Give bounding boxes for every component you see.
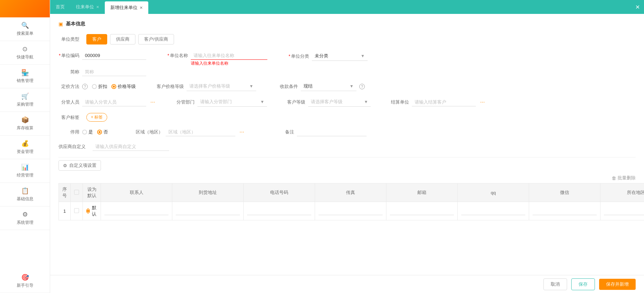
form-content: ▣ 基本信息 单位类型 客户 供应商 客户/供应商 单位编码 单位名称 — [50, 14, 644, 275]
customer-level-select[interactable]: 请选择客户等级 ▼ — [308, 97, 371, 107]
sidebar-item-newbie[interactable]: 🎯 新手引导 — [0, 269, 50, 293]
pricing-help-icon[interactable]: ? — [82, 84, 88, 89]
tab-partners-label: 往来单位 — [76, 4, 94, 10]
batch-delete-area: 🗑 批量删除 — [58, 175, 636, 181]
td-qq — [458, 202, 529, 220]
email-input[interactable] — [390, 207, 454, 215]
sidebar-item-basic[interactable]: 📋 基础信息 — [0, 183, 50, 206]
supplier-custom-input[interactable] — [93, 143, 169, 151]
unit-name-inner: 单位名称 — [167, 51, 267, 60]
add-tag-button[interactable]: + 标签 — [86, 113, 107, 122]
unit-name-error: 请输入往来单位名称 — [191, 60, 267, 66]
payment-terms-select[interactable]: 现结 ▼ — [301, 82, 356, 91]
unit-category-group: 单位分类 未分类 ▼ — [288, 51, 368, 61]
manager-input[interactable] — [82, 98, 146, 106]
purchase-icon: 🛒 — [21, 92, 29, 100]
sidebar: 🔍 搜索菜单 ⊙ 快捷导航 🏪 销售管理 🛒 采购管理 📦 库存核算 💰 资金管… — [0, 0, 50, 293]
contact-input[interactable] — [104, 207, 168, 215]
unit-btn-supplier[interactable]: 供应商 — [110, 34, 135, 44]
td-fax — [315, 202, 386, 220]
phone-input[interactable] — [247, 207, 311, 215]
sidebar-item-search[interactable]: 🔍 搜索菜单 — [0, 17, 50, 41]
tab-new-partner-close[interactable]: ✕ — [140, 6, 143, 10]
basic-icon: 📋 — [21, 187, 29, 195]
fax-input[interactable] — [319, 207, 383, 215]
td-contact — [101, 202, 172, 220]
department-group: 分管部门 请输入分管部门 ▼ — [174, 97, 267, 107]
supplier-custom-label: 供应商自定义 — [58, 144, 86, 150]
tags-label: 客户标签 — [58, 114, 79, 121]
sidebar-item-operations[interactable]: 📊 经营管理 — [0, 159, 50, 183]
sidebar-item-purchase[interactable]: 🛒 采购管理 — [0, 88, 50, 112]
sidebar-label-quicknav: 快捷导航 — [17, 54, 33, 60]
address-input[interactable] — [176, 207, 240, 215]
save-new-button[interactable]: 保存并新增 — [599, 279, 636, 290]
th-checkbox — [71, 184, 83, 202]
sidebar-item-inventory[interactable]: 📦 库存核算 — [0, 112, 50, 136]
tab-new-partner-label: 新增往来单位 — [110, 5, 138, 11]
unit-category-select[interactable]: 未分类 ▼ — [312, 51, 368, 61]
cancel-button[interactable]: 取消 — [543, 278, 567, 290]
pricing-level-label: 价格等级 — [118, 83, 136, 90]
sales-icon: 🏪 — [21, 69, 29, 76]
department-select[interactable]: 请输入分管部门 ▼ — [197, 97, 267, 107]
finance-icon: 💰 — [21, 140, 29, 147]
pricing-radio-group: 折扣 价格等级 — [92, 83, 136, 90]
th-seq: 序号 — [59, 184, 71, 202]
sidebar-label-purchase: 采购管理 — [17, 101, 33, 107]
wechat-input[interactable] — [533, 207, 597, 215]
disabled-no-radio[interactable]: 否 — [97, 129, 108, 135]
tabbar: 首页 往来单位 ✕ 新增往来单位 ✕ ✕ — [50, 0, 644, 14]
manager-group: 分管人员 ··· — [58, 98, 156, 106]
custom-settings-button[interactable]: ⚙ 自定义项设置 — [58, 160, 101, 171]
header-checkbox[interactable] — [74, 190, 79, 195]
window-close-button[interactable]: ✕ — [635, 4, 640, 10]
row-default-radio[interactable]: 默认 — [86, 205, 97, 217]
unit-btn-customer[interactable]: 客户 — [86, 34, 107, 44]
sidebar-item-system[interactable]: ⚙ 系统管理 — [0, 206, 50, 230]
region-input[interactable] — [166, 128, 235, 136]
batch-delete-button[interactable]: 🗑 批量删除 — [612, 175, 636, 181]
th-area: 所在地区 — [600, 184, 644, 202]
pricing-level-radio[interactable]: 价格等级 — [111, 83, 136, 90]
th-phone: 电话号码 — [244, 184, 315, 202]
td-email — [386, 202, 458, 220]
sidebar-item-finance[interactable]: 💰 资金管理 — [0, 136, 50, 159]
custom-settings-label: 自定义项设置 — [69, 162, 96, 169]
sidebar-label-search: 搜索菜单 — [17, 31, 33, 36]
qq-input[interactable] — [461, 207, 525, 215]
td-area — [600, 202, 644, 220]
payment-terms-help-icon[interactable]: ? — [359, 84, 365, 89]
region-more-btn[interactable]: ··· — [238, 129, 245, 135]
sidebar-label-inventory: 库存核算 — [17, 125, 33, 131]
manager-more-btn[interactable]: ··· — [149, 99, 156, 105]
search-icon: 🔍 — [21, 22, 29, 29]
settlement-input[interactable] — [412, 98, 476, 106]
payment-terms-label: 收款条件 — [277, 83, 298, 90]
settlement-group: 结算单位 ··· — [388, 98, 486, 106]
sidebar-item-quicknav[interactable]: ⊙ 快捷导航 — [0, 41, 50, 65]
pricing-method-label: 定价方法 — [58, 83, 79, 90]
tab-home[interactable]: 首页 — [50, 0, 70, 14]
pricing-discount-radio[interactable]: 折扣 — [92, 83, 107, 90]
sidebar-item-sales[interactable]: 🏪 销售管理 — [0, 65, 50, 88]
remarks-input[interactable] — [297, 128, 367, 136]
unit-btn-both[interactable]: 客户/供应商 — [138, 34, 174, 44]
contacts-table: 序号 设为默认 联系人 到货地址 电话号码 传真 邮箱 qq 微信 所在地区 操… — [58, 183, 644, 220]
save-button[interactable]: 保存 — [571, 278, 595, 290]
payment-terms-arrow: ▼ — [350, 84, 354, 89]
area-input[interactable] — [604, 207, 644, 215]
disabled-yes-radio[interactable]: 是 — [82, 129, 93, 135]
short-name-input[interactable] — [82, 68, 146, 76]
tab-partners-close[interactable]: ✕ — [96, 5, 99, 9]
unit-code-input[interactable] — [82, 51, 146, 60]
row-supplier-custom: 供应商自定义 — [58, 143, 636, 151]
unit-name-input[interactable] — [191, 51, 267, 60]
disabled-yes-label: 是 — [88, 129, 93, 135]
customer-price-level-select[interactable]: 请选择客户价格等级 ▼ — [187, 82, 256, 91]
row-checkbox[interactable] — [74, 208, 79, 213]
th-fax: 传真 — [315, 184, 386, 202]
settlement-more-btn[interactable]: ··· — [479, 99, 486, 105]
tab-partners[interactable]: 往来单位 ✕ — [70, 0, 105, 14]
tab-new-partner[interactable]: 新增往来单位 ✕ — [105, 1, 148, 14]
